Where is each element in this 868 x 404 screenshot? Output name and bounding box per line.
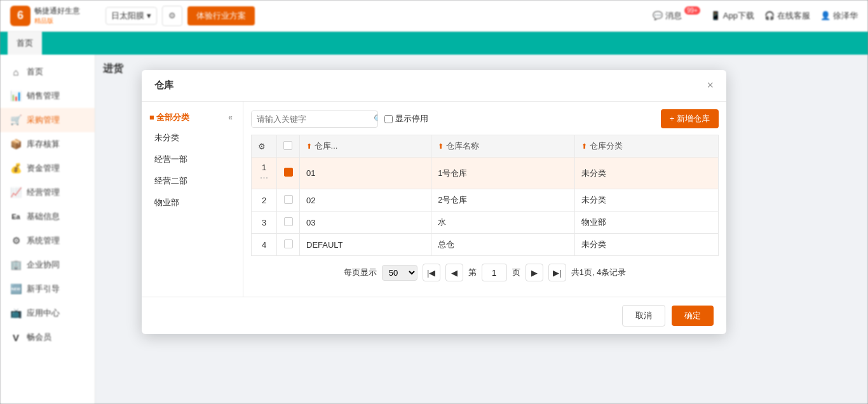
- nav-right: 💬 消息 99+ 📱 App下载 🎧 在线客服 👤 徐泽华: [653, 10, 858, 22]
- search-button[interactable]: 🔍: [369, 111, 378, 127]
- try-industry-button[interactable]: 体验行业方案: [187, 6, 255, 25]
- row-code: DEFAULT: [300, 234, 431, 256]
- category-item-property[interactable]: 物业部: [142, 192, 243, 213]
- row-checkbox-cell: [277, 234, 300, 256]
- app-download-button[interactable]: 📱 App下载: [710, 10, 754, 22]
- select-all-checkbox[interactable]: [283, 141, 292, 150]
- per-page-label: 每页显示: [344, 267, 377, 278]
- home-icon: ⌂: [10, 66, 22, 77]
- row-checkbox[interactable]: [284, 168, 293, 177]
- page-label: 第: [468, 267, 477, 278]
- store-selector[interactable]: 日太阳膜 ▾: [105, 7, 157, 25]
- sidebar-label-sales: 销售管理: [27, 90, 60, 102]
- brand-sub: 精品版: [34, 17, 80, 25]
- cancel-button[interactable]: 取消: [622, 305, 665, 327]
- sidebar-label-business: 经营管理: [27, 187, 60, 198]
- row-name: 总仓: [431, 234, 575, 256]
- sidebar-label-appcenter: 应用中心: [27, 307, 60, 319]
- row-num: 4: [252, 234, 277, 256]
- warehouse-table: ⚙ ⬆ 仓库... ⬆ 仓库名称 ⬆ 仓库分类 1 ··· 01 1号仓库: [251, 135, 719, 256]
- system-icon: ⚙: [10, 235, 22, 246]
- sidebar-item-business[interactable]: 📈 经营管理: [0, 180, 95, 205]
- modal-close-button[interactable]: ×: [707, 79, 714, 92]
- next-page-button[interactable]: ▶: [526, 264, 543, 281]
- sidebar-item-system[interactable]: ⚙ 系统管理: [0, 229, 95, 253]
- category-item-unclassified[interactable]: 未分类: [142, 127, 243, 149]
- row-category: 未分类: [575, 158, 719, 189]
- sidebar-item-home[interactable]: ⌂ 首页: [0, 60, 95, 84]
- page-number-input[interactable]: [482, 264, 507, 281]
- sidebar-item-sales[interactable]: 📊 销售管理: [0, 84, 95, 108]
- row-name: 2号仓库: [431, 189, 575, 212]
- sort-icon-name: ⬆: [438, 142, 444, 150]
- online-service-label: 在线客服: [777, 10, 810, 22]
- sidebar-item-member[interactable]: V 畅会员: [0, 325, 95, 349]
- sidebar-item-appcenter[interactable]: 📺 应用中心: [0, 301, 95, 325]
- more-options-icon[interactable]: ···: [260, 172, 268, 183]
- row-num: 1 ···: [252, 158, 277, 189]
- modal-overlay[interactable]: 6 畅捷通好生意 精品版 日太阳膜 ▾ ⚙ 体验行业方案 💬 消息 99+: [0, 0, 868, 404]
- row-checkbox-cell: [277, 158, 300, 189]
- row-category: 物业部: [575, 212, 719, 234]
- appcenter-icon: 📺: [10, 307, 22, 319]
- all-category-header[interactable]: ■ 全部分类 «: [142, 108, 243, 127]
- store-name: 日太阳膜: [111, 10, 144, 22]
- logo-area: 6 畅捷通好生意 精品版: [10, 6, 105, 26]
- sidebar-item-enterprise[interactable]: 🏢 企业协同: [0, 253, 95, 277]
- th-checkbox: [277, 135, 300, 158]
- subnav-home[interactable]: 首页: [8, 32, 42, 55]
- sidebar-item-finance[interactable]: 💰 资金管理: [0, 156, 95, 180]
- category-item-dept1[interactable]: 经营一部: [142, 149, 243, 170]
- per-page-select[interactable]: 50 10 20 100: [382, 265, 417, 281]
- table-toolbar: 🔍 显示停用 + 新增仓库: [251, 109, 719, 128]
- category-item-dept2[interactable]: 经营二部: [142, 170, 243, 192]
- app-download-label: App下载: [723, 10, 754, 22]
- row-name: 1号仓库: [431, 158, 575, 189]
- sales-icon: 📊: [10, 90, 22, 102]
- table-row[interactable]: 2 02 2号仓库 未分类: [252, 189, 719, 212]
- sidebar-item-purchase[interactable]: 🛒 采购管理: [0, 108, 95, 132]
- pagination: 每页显示 50 10 20 100 |◀ ◀ 第 页 ▶ ▶| 共1页, 4条记…: [251, 256, 719, 289]
- row-code: 02: [300, 189, 431, 212]
- settings-button[interactable]: ⚙: [162, 6, 182, 26]
- row-checkbox[interactable]: [284, 217, 293, 226]
- modal-title: 仓库: [154, 79, 173, 91]
- th-settings: ⚙: [252, 135, 277, 158]
- table-row[interactable]: 3 03 水 物业部: [252, 212, 719, 234]
- row-checkbox[interactable]: [284, 239, 293, 248]
- sidebar-item-guide[interactable]: 🆕 新手引导: [0, 277, 95, 301]
- online-service-button[interactable]: 🎧 在线客服: [764, 10, 810, 22]
- last-page-button[interactable]: ▶|: [548, 264, 566, 281]
- brand-name: 畅捷通好生意: [34, 6, 80, 17]
- sidebar-item-stock[interactable]: 📦 库存核算: [0, 132, 95, 156]
- phone-icon: 📱: [710, 11, 721, 20]
- guide-icon: 🆕: [10, 283, 22, 295]
- basic-icon: Ea: [10, 211, 22, 222]
- sidebar: ⌂ 首页 📊 销售管理 🛒 采购管理 📦 库存核算 💰 资金管理: [0, 55, 95, 404]
- sidebar-item-basic[interactable]: Ea 基础信息: [0, 205, 95, 229]
- confirm-button[interactable]: 确定: [672, 306, 714, 326]
- member-icon: V: [10, 332, 22, 343]
- table-panel: 🔍 显示停用 + 新增仓库 ⚙: [243, 102, 726, 297]
- table-row[interactable]: 4 DEFAULT 总仓 未分类: [252, 234, 719, 256]
- message-badge: 99+: [684, 6, 700, 15]
- table-row[interactable]: 1 ··· 01 1号仓库 未分类: [252, 158, 719, 189]
- prev-page-button[interactable]: ◀: [445, 264, 463, 281]
- messages-button[interactable]: 💬 消息 99+: [653, 10, 700, 22]
- finance-icon: 💰: [10, 163, 22, 174]
- collapse-button[interactable]: «: [226, 113, 235, 122]
- th-category: ⬆ 仓库分类: [575, 135, 719, 158]
- message-label: 消息: [665, 10, 682, 22]
- purchase-icon: 🛒: [10, 114, 22, 126]
- th-code: ⬆ 仓库...: [300, 135, 431, 158]
- user-profile-button[interactable]: 👤 徐泽华: [820, 10, 858, 22]
- show-disabled-text: 显示停用: [395, 113, 428, 125]
- add-warehouse-button[interactable]: + 新增仓库: [661, 109, 719, 128]
- nav-center: 日太阳膜 ▾ ⚙ 体验行业方案: [105, 6, 653, 26]
- show-disabled-label[interactable]: 显示停用: [384, 113, 428, 125]
- search-input[interactable]: [252, 111, 369, 127]
- show-disabled-checkbox[interactable]: [384, 115, 393, 123]
- row-checkbox[interactable]: [284, 195, 293, 204]
- first-page-button[interactable]: |◀: [423, 264, 440, 281]
- modal-footer: 取消 确定: [142, 297, 726, 334]
